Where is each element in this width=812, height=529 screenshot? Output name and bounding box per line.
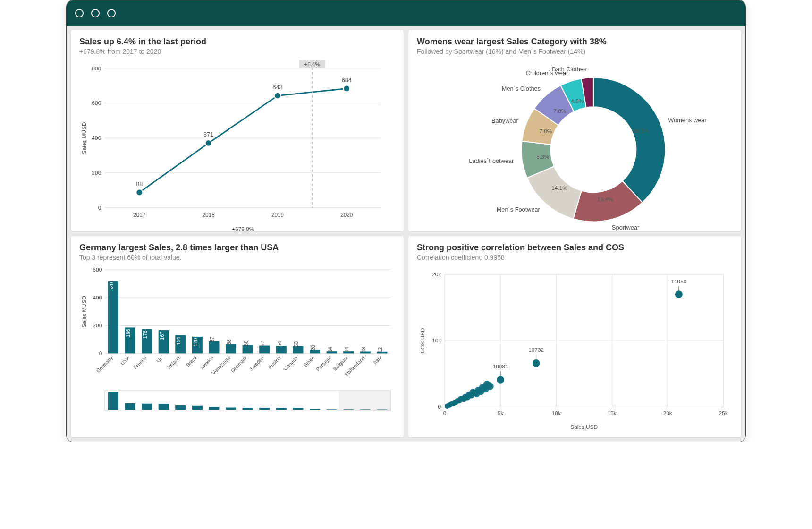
svg-text:25k: 25k [719, 410, 728, 417]
svg-text:Ladies´Footwear: Ladies´Footwear [469, 157, 514, 164]
panel-sales-by-country: Germany largest Sales, 2.8 times larger … [70, 236, 404, 438]
donut-chart[interactable]: Womens wear38.1%Sportwear16.4%Men´s Foot… [417, 59, 733, 232]
panel-sales-trend: Sales up 6.4% in the last period +679.8%… [70, 30, 404, 232]
line-chart[interactable]: 02004006008002017201820192020Sales MUSD+… [79, 59, 395, 232]
svg-text:16.4%: 16.4% [597, 196, 613, 203]
svg-text:8.3%: 8.3% [536, 154, 549, 160]
svg-point-180 [486, 383, 494, 390]
svg-text:186: 186 [125, 329, 131, 337]
window-close-icon[interactable] [75, 9, 84, 17]
svg-text:+6.4%: +6.4% [304, 61, 320, 68]
svg-text:Germany: Germany [95, 355, 114, 374]
svg-text:10k: 10k [432, 337, 441, 344]
svg-text:131: 131 [176, 336, 181, 345]
dashboard-grid: Sales up 6.4% in the last period +679.8%… [67, 26, 745, 442]
svg-text:11050: 11050 [671, 278, 686, 285]
svg-text:Sales MUSD: Sales MUSD [81, 122, 87, 154]
svg-text:68: 68 [226, 339, 232, 345]
svg-point-184 [533, 359, 540, 367]
svg-text:600: 600 [93, 266, 102, 273]
window-zoom-icon[interactable] [107, 9, 116, 17]
svg-text:Babywear: Babywear [491, 117, 519, 124]
svg-point-18 [136, 189, 143, 196]
svg-rect-106 [159, 404, 169, 410]
svg-text:2017: 2017 [133, 212, 145, 218]
svg-text:167: 167 [159, 332, 165, 340]
svg-rect-112 [259, 408, 270, 410]
svg-text:Italy: Italy [372, 355, 383, 366]
svg-text:10981: 10981 [493, 363, 508, 370]
svg-text:Mexico: Mexico [199, 355, 215, 370]
svg-text:Womens wear: Womens wear [668, 117, 707, 124]
svg-rect-104 [125, 403, 135, 410]
svg-text:Brazil: Brazil [185, 355, 198, 368]
svg-text:14: 14 [327, 347, 333, 352]
svg-text:10k: 10k [552, 410, 561, 417]
svg-text:Ireland: Ireland [166, 355, 181, 370]
svg-text:France: France [132, 355, 147, 370]
svg-text:20k: 20k [663, 410, 672, 417]
svg-text:60: 60 [243, 341, 249, 346]
svg-text:57: 57 [260, 341, 265, 347]
svg-text:7.8%: 7.8% [539, 128, 552, 135]
svg-text:20k: 20k [432, 271, 441, 278]
svg-text:Sportwear: Sportwear [612, 224, 640, 231]
svg-text:38.1%: 38.1% [633, 128, 649, 134]
svg-rect-120 [339, 391, 390, 411]
svg-text:88: 88 [136, 180, 143, 188]
scatter-chart[interactable]: 05k10k15k20k25k010k20kSales USDCOS USD11… [417, 265, 733, 433]
svg-rect-69 [209, 341, 219, 354]
svg-text:Austria: Austria [267, 354, 282, 370]
svg-rect-115 [310, 409, 320, 410]
svg-rect-116 [327, 409, 337, 410]
panel-title: Womens wear largest Sales Category with … [417, 37, 733, 47]
svg-text:7.8%: 7.8% [553, 108, 566, 114]
svg-text:600: 600 [92, 100, 102, 106]
svg-point-24 [343, 85, 350, 92]
svg-point-187 [497, 376, 504, 384]
svg-text:Men´s Footwear: Men´s Footwear [497, 206, 541, 213]
svg-text:4.8%: 4.8% [571, 98, 584, 104]
svg-text:Spain: Spain [302, 355, 315, 368]
svg-text:400: 400 [92, 135, 102, 141]
svg-text:Bath Clothes: Bath Clothes [552, 66, 586, 73]
panel-subtitle: Top 3 represent 60% of total value. [79, 254, 395, 261]
svg-text:53: 53 [293, 341, 299, 347]
bar-chart[interactable]: 0200400600Sales MUSD520Germany186USA176F… [79, 265, 395, 433]
svg-text:0: 0 [99, 350, 102, 357]
svg-text:400: 400 [93, 294, 102, 301]
svg-point-22 [274, 93, 281, 99]
svg-text:0: 0 [438, 403, 441, 410]
svg-rect-114 [293, 408, 303, 410]
svg-text:UK: UK [155, 355, 165, 364]
svg-point-20 [205, 140, 212, 146]
window-minimize-icon[interactable] [91, 9, 100, 17]
svg-point-181 [675, 290, 683, 298]
svg-text:176: 176 [142, 330, 148, 339]
panel-category-share: Womens wear largest Sales Category with … [408, 30, 742, 232]
svg-rect-51 [108, 281, 118, 353]
svg-rect-108 [192, 406, 203, 410]
app-window: Sales up 6.4% in the last period +679.8%… [66, 0, 746, 442]
titlebar [67, 0, 745, 26]
svg-text:Sales USD: Sales USD [570, 424, 598, 430]
svg-text:28: 28 [310, 345, 316, 350]
panel-subtitle: Correlation coefficient: 0.9958 [417, 254, 733, 261]
svg-text:87: 87 [209, 337, 215, 342]
panel-title: Germany largest Sales, 2.8 times larger … [79, 243, 395, 253]
svg-text:2018: 2018 [203, 212, 215, 218]
svg-text:+679.8%: +679.8% [232, 226, 254, 232]
svg-rect-105 [142, 404, 152, 410]
svg-text:Canada: Canada [282, 354, 299, 371]
svg-rect-113 [276, 408, 287, 410]
svg-text:USA: USA [119, 355, 131, 367]
svg-rect-110 [226, 407, 236, 410]
svg-text:200: 200 [92, 170, 102, 176]
svg-text:643: 643 [272, 84, 282, 91]
svg-text:54: 54 [277, 341, 282, 347]
svg-text:0: 0 [443, 410, 447, 417]
svg-text:Belgium: Belgium [332, 355, 349, 372]
svg-text:120: 120 [193, 338, 198, 347]
svg-text:12: 12 [377, 347, 383, 353]
svg-text:2020: 2020 [340, 212, 353, 218]
